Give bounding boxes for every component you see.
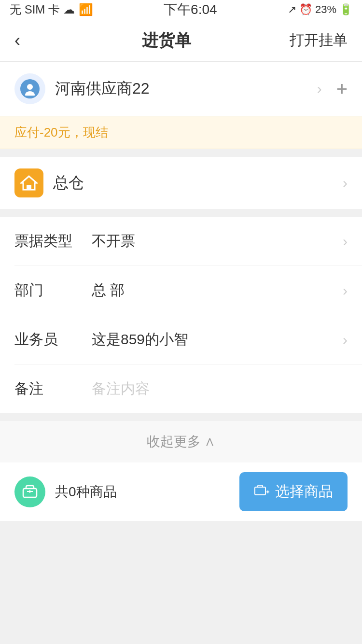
person-icon — [23, 82, 37, 96]
svg-point-0 — [27, 84, 33, 90]
department-label: 部门 — [14, 280, 82, 300]
avatar-inner — [20, 79, 40, 98]
back-button[interactable]: ‹ — [14, 30, 43, 51]
svg-rect-7 — [255, 487, 265, 495]
invoice-type-label: 票据类型 — [14, 231, 82, 251]
status-time: 下午6:04 — [164, 0, 217, 19]
warehouse-section: 总仓 › — [0, 157, 362, 209]
product-count: 共0种商品 — [55, 483, 230, 501]
notice-bar: 应付-20元，现结 — [0, 116, 362, 149]
invoice-type-value: 不开票 — [82, 231, 343, 251]
salesperson-chevron-icon: › — [343, 332, 348, 348]
sim-text: 无 SIM 卡 ☁ — [10, 2, 75, 17]
collapse-button[interactable]: 收起更多 ∧ — [0, 421, 362, 462]
collapse-label: 收起更多 ∧ — [147, 433, 216, 451]
content-area: 河南供应商22 › + 应付-20元，现结 总仓 › 票据类型 不开票 — [0, 62, 362, 644]
status-right: ↗ ⏰ 23% 🔋 — [288, 3, 352, 16]
salesperson-value: 这是859的小智 — [82, 330, 343, 350]
page-title: 进货单 — [142, 29, 191, 52]
supplier-row[interactable]: 河南供应商22 › + — [0, 62, 362, 116]
department-value: 总 部 — [82, 280, 343, 300]
select-product-icon — [254, 485, 269, 499]
supplier-chevron-icon: › — [317, 81, 322, 97]
wifi-icon: 📶 — [79, 3, 93, 16]
remark-row[interactable]: 备注 备注内容 — [0, 364, 362, 413]
select-product-button[interactable]: 选择商品 — [239, 472, 348, 511]
warehouse-chevron-icon: › — [343, 175, 348, 191]
department-chevron-icon: › — [343, 282, 348, 299]
salesperson-label: 业务员 — [14, 330, 82, 350]
nav-bar: ‹ 进货单 打开挂单 — [0, 19, 362, 62]
product-icon — [14, 476, 45, 507]
location-icon: ↗ — [288, 3, 296, 16]
warehouse-name: 总仓 — [53, 172, 343, 194]
status-bar: 无 SIM 卡 ☁ 📶 下午6:04 ↗ ⏰ 23% 🔋 — [0, 0, 362, 19]
remark-input[interactable]: 备注内容 — [82, 379, 348, 399]
open-pending-button[interactable]: 打开挂单 — [290, 30, 348, 50]
cart-icon — [21, 485, 39, 499]
salesperson-row[interactable]: 业务员 这是859的小智 › — [0, 315, 362, 364]
battery-icon: 🔋 — [339, 3, 352, 16]
select-product-label: 选择商品 — [275, 482, 333, 502]
add-supplier-button[interactable]: + — [336, 78, 348, 100]
avatar — [14, 73, 45, 104]
invoice-type-chevron-icon: › — [343, 233, 348, 250]
svg-rect-3 — [27, 185, 31, 190]
battery-text: 23% — [315, 3, 336, 16]
invoice-type-row[interactable]: 票据类型 不开票 › — [0, 217, 362, 266]
remark-label: 备注 — [14, 379, 82, 399]
status-left: 无 SIM 卡 ☁ 📶 — [10, 2, 93, 17]
page-background — [0, 529, 362, 644]
supplier-actions: › + — [317, 78, 348, 100]
svg-point-1 — [25, 91, 35, 96]
home-icon — [20, 175, 38, 191]
form-section: 票据类型 不开票 › 部门 总 部 › 业务员 这是859的小智 › 备注 备注… — [0, 217, 362, 413]
bottom-bar: 共0种商品 选择商品 — [0, 462, 362, 521]
supplier-name: 河南供应商22 — [55, 78, 317, 99]
warehouse-icon — [14, 168, 43, 197]
alarm-icon: ⏰ — [299, 3, 312, 16]
warehouse-row[interactable]: 总仓 › — [0, 157, 362, 209]
department-row[interactable]: 部门 总 部 › — [0, 266, 362, 315]
supplier-section: 河南供应商22 › + 应付-20元，现结 — [0, 62, 362, 149]
bottom-bar-inner: 共0种商品 选择商品 — [0, 462, 362, 521]
